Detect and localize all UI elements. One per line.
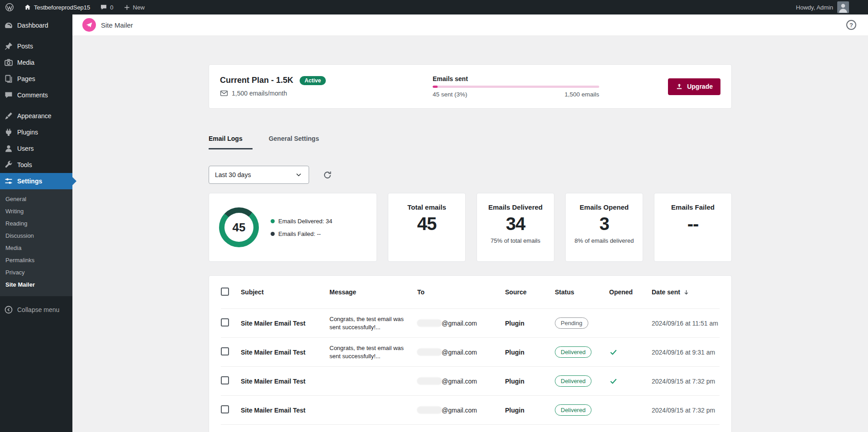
date-range-value: Last 30 days xyxy=(215,171,251,178)
stat-title: Total emails xyxy=(388,203,465,211)
sidebar-item-comments[interactable]: Comments xyxy=(0,87,72,103)
plan-quota-text: 1,500 emails/month xyxy=(232,90,287,97)
submenu-item-writing[interactable]: Writing xyxy=(0,205,72,217)
plan-title: Current Plan - 1.5K xyxy=(220,76,293,85)
table-row: Site Mailer Email Test Congrats, the tes… xyxy=(221,337,720,366)
sidebar-item-plugins[interactable]: Plugins xyxy=(0,124,72,140)
row-checkbox[interactable] xyxy=(221,405,229,413)
site-mailer-logo xyxy=(82,18,96,32)
upgrade-button[interactable]: Upgrade xyxy=(668,78,720,95)
delivery-donut-chart: 45 xyxy=(219,207,259,247)
main-content: Site Mailer ? Current Plan - 1.5K Active… xyxy=(72,14,868,432)
row-checkbox[interactable] xyxy=(221,347,229,355)
cell-message: Congrats, the test email was sent succes… xyxy=(329,344,417,360)
admin-bar-left: TestbeforeprodSep15 0 New xyxy=(0,0,150,14)
collapse-menu-button[interactable]: Collapse menu xyxy=(0,302,72,318)
status-badge: Delivered xyxy=(555,375,591,387)
site-name-label: TestbeforeprodSep15 xyxy=(34,4,90,11)
stat-card-emails-opened: Emails Opened 3 8% of emails delivered xyxy=(565,193,643,262)
collapse-menu-label: Collapse menu xyxy=(17,306,59,313)
wordpress-logo-icon[interactable] xyxy=(0,0,19,14)
cell-date: 2024/09/16 at 11:51 am xyxy=(652,320,720,327)
upgrade-label: Upgrade xyxy=(687,83,713,90)
site-name-link[interactable]: TestbeforeprodSep15 xyxy=(19,0,95,14)
sidebar-item-appearance[interactable]: Appearance xyxy=(0,108,72,124)
stat-title: Emails Failed xyxy=(654,203,731,211)
sidebar-item-dashboard[interactable]: Dashboard xyxy=(0,17,72,34)
comments-link[interactable]: 0 xyxy=(95,0,118,14)
cell-date: 2024/09/16 at 9:31 am xyxy=(652,349,720,356)
tab-general-settings[interactable]: General Settings xyxy=(269,135,329,149)
tab-bar: Email Logs General Settings xyxy=(209,135,732,149)
usage-progress-fill xyxy=(433,86,438,88)
howdy-text: Howdy, Admin xyxy=(796,4,833,11)
account-menu[interactable]: Howdy, Admin xyxy=(796,0,868,14)
stats-row: 45 Emails Delivered: 34 Emails Failed: -… xyxy=(209,193,732,262)
col-date-sent-sort[interactable]: Date sent xyxy=(652,288,720,296)
home-icon xyxy=(24,4,31,11)
settings-submenu: General Writing Reading Discussion Media… xyxy=(0,189,72,296)
redacted-email-block xyxy=(417,320,442,326)
sidebar-item-label: Appearance xyxy=(17,112,52,120)
table-row: Site Mailer Email Test @gmail.com Plugin… xyxy=(221,424,720,432)
table-header-row: Subject Message To Source Status Opened … xyxy=(221,276,720,308)
col-message: Message xyxy=(329,288,417,296)
wrench-icon xyxy=(4,160,13,169)
stat-value: 3 xyxy=(566,214,643,234)
comments-count: 0 xyxy=(110,4,113,11)
sidebar-item-pages[interactable]: Pages xyxy=(0,71,72,87)
legend-dot-failed xyxy=(271,232,275,236)
sidebar-item-settings[interactable]: Settings xyxy=(0,173,72,189)
cell-subject: Site Mailer Email Test xyxy=(241,349,329,356)
submenu-item-permalinks[interactable]: Permalinks xyxy=(0,254,72,266)
plan-usage: Emails sent 45 sent (3%) 1,500 emails xyxy=(433,75,599,98)
cell-source: Plugin xyxy=(505,378,555,385)
pushpin-icon xyxy=(4,42,13,51)
page-title: Site Mailer xyxy=(101,21,133,29)
submenu-item-media[interactable]: Media xyxy=(0,242,72,254)
opened-check-icon xyxy=(609,348,652,356)
admin-bar: TestbeforeprodSep15 0 New Howdy, Admin xyxy=(0,0,868,14)
col-source: Source xyxy=(505,288,555,296)
donut-legend: Emails Delivered: 34 Emails Failed: -- xyxy=(271,218,332,237)
stat-value: -- xyxy=(654,214,731,234)
new-content-button[interactable]: New xyxy=(119,0,150,14)
col-opened: Opened xyxy=(609,288,652,296)
stat-value: 45 xyxy=(388,214,465,234)
submenu-item-reading[interactable]: Reading xyxy=(0,217,72,230)
sidebar-item-users[interactable]: Users xyxy=(0,140,72,157)
refresh-button[interactable] xyxy=(321,168,334,182)
comments-icon xyxy=(4,91,13,100)
help-icon[interactable]: ? xyxy=(846,20,856,30)
email-domain: @gmail.com xyxy=(442,407,477,414)
email-domain: @gmail.com xyxy=(442,349,477,356)
cell-source: Plugin xyxy=(505,407,555,414)
submenu-item-site-mailer[interactable]: Site Mailer xyxy=(0,278,72,291)
stat-subtitle: 8% of emails delivered xyxy=(566,237,643,244)
email-domain: @gmail.com xyxy=(442,378,477,385)
refresh-icon xyxy=(323,170,332,180)
content-column: Current Plan - 1.5K Active 1,500 emails/… xyxy=(209,64,732,432)
stat-title: Emails Opened xyxy=(566,203,643,211)
select-all-checkbox[interactable] xyxy=(221,288,229,296)
camera-icon xyxy=(4,58,13,67)
email-domain: @gmail.com xyxy=(442,320,477,327)
tab-email-logs[interactable]: Email Logs xyxy=(209,135,253,149)
cell-to: @gmail.com xyxy=(417,378,505,385)
date-range-select[interactable]: Last 30 days xyxy=(209,166,309,184)
legend-failed-label: Emails Failed: -- xyxy=(278,230,321,237)
cell-source: Plugin xyxy=(505,320,555,327)
table-row: Site Mailer Email Test @gmail.com Plugin… xyxy=(221,366,720,395)
submenu-item-discussion[interactable]: Discussion xyxy=(0,230,72,242)
row-checkbox[interactable] xyxy=(221,318,229,326)
stat-subtitle: 75% of total emails xyxy=(477,237,554,244)
sent-count-text: 45 sent (3%) xyxy=(433,91,467,98)
sidebar-item-tools[interactable]: Tools xyxy=(0,157,72,173)
stat-value: 34 xyxy=(477,214,554,234)
row-checkbox[interactable] xyxy=(221,376,229,384)
submenu-item-general[interactable]: General xyxy=(0,193,72,205)
submenu-item-privacy[interactable]: Privacy xyxy=(0,266,72,278)
sidebar-item-label: Media xyxy=(17,59,34,66)
sidebar-item-media[interactable]: Media xyxy=(0,54,72,71)
sidebar-item-posts[interactable]: Posts xyxy=(0,38,72,54)
